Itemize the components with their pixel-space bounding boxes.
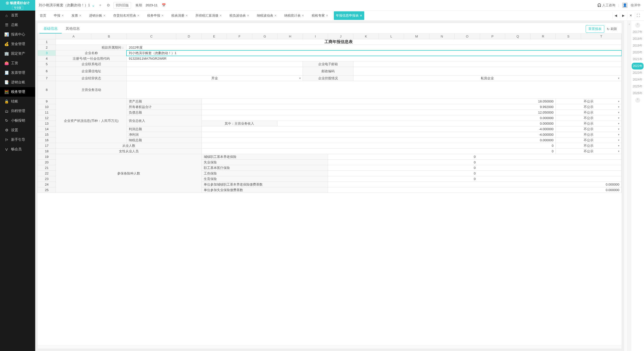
row11-value[interactable]: 12.050000 — [202, 110, 556, 115]
row-header-5[interactable]: 5 — [38, 61, 56, 67]
row-header-22[interactable]: 22 — [38, 171, 56, 176]
col-header-R[interactable]: R — [530, 34, 556, 39]
tab-10[interactable]: 纳税统计表✕ — [282, 11, 306, 20]
row16-value[interactable]: 0.000000 — [202, 137, 556, 143]
year-2019年[interactable]: 2019年 — [632, 42, 643, 49]
year-2023年[interactable]: 2023年 — [632, 69, 643, 76]
close-icon[interactable]: ✕ — [274, 14, 277, 17]
sidebar-item-11[interactable]: ↻小畅报销 — [0, 116, 35, 125]
row18-value[interactable]: 0 — [202, 149, 556, 154]
sidebar-item-4[interactable]: 🏢固定资产 — [0, 49, 35, 58]
col-header-A[interactable]: A — [56, 34, 91, 39]
row10-public[interactable]: 不公示 — [556, 104, 622, 110]
company-name-value[interactable]: 刘小艳演示账套（勿删勿动！）1 — [127, 50, 621, 56]
close-icon[interactable]: ✕ — [219, 14, 222, 17]
sidebar-item-7[interactable]: 📑进销台账 — [0, 78, 35, 87]
sidebar-item-12[interactable]: ⚙设置 — [0, 125, 35, 135]
col-header-N[interactable]: N — [429, 34, 455, 39]
col-header-Q[interactable]: Q — [505, 34, 531, 39]
row-header-7[interactable]: 7 — [38, 76, 56, 81]
row-header-25[interactable]: 25 — [38, 187, 56, 193]
year-2026年[interactable]: 2026年 — [632, 90, 643, 97]
row-header-6[interactable]: 6 — [38, 67, 56, 76]
col-header-J[interactable]: J — [328, 34, 353, 39]
row-header-21[interactable]: 21 — [38, 165, 56, 171]
consult-link[interactable]: 🎧 人工咨询 — [597, 3, 615, 8]
row19-value[interactable]: 0 — [328, 154, 622, 160]
row23-value[interactable]: 0 — [328, 176, 622, 182]
sidebar-item-1[interactable]: ☰总账 — [0, 20, 35, 30]
close-icon[interactable]: ✕ — [61, 14, 64, 17]
zip-value[interactable] — [353, 67, 621, 76]
row14-value[interactable]: -4.000000 — [202, 126, 556, 132]
row-header-23[interactable]: 23 — [38, 176, 56, 182]
status-dropdown[interactable]: 开业 — [127, 76, 303, 81]
holding-dropdown[interactable]: 私营企业 — [353, 76, 621, 81]
email-value[interactable] — [353, 61, 621, 67]
old-version-button[interactable]: 切到旧版 — [113, 2, 131, 9]
reg-no-value[interactable]: 91320811MA7NGR2W6R — [127, 56, 621, 61]
calendar-icon[interactable]: 📅 — [162, 3, 166, 7]
sidebar-item-5[interactable]: 👛工资 — [0, 58, 35, 68]
fullscreen-icon[interactable]: ⛶ — [635, 12, 641, 19]
row12-public[interactable]: 不公示 — [556, 115, 622, 121]
row17-value[interactable]: 0 — [202, 143, 556, 149]
phone-value[interactable] — [127, 61, 303, 67]
row-header-24[interactable]: 24 — [38, 182, 56, 187]
row-header-9[interactable]: 9 — [38, 99, 56, 104]
row15-value[interactable]: -4.000000 — [202, 132, 556, 137]
tab-3[interactable]: 进销台账✕ — [87, 11, 108, 20]
addr-value[interactable] — [127, 67, 303, 76]
row11-public[interactable]: 不公示 — [556, 110, 622, 115]
add-icon[interactable]: ＋ — [97, 3, 103, 8]
tab-9[interactable]: 纳税波动表✕ — [255, 11, 279, 20]
row-header-2[interactable]: 2 — [38, 45, 56, 50]
sidebar-item-2[interactable]: 📊报表中心 — [0, 30, 35, 39]
year-2022年[interactable]: 2022年 — [632, 63, 643, 69]
col-header-S[interactable]: S — [556, 34, 581, 39]
col-header-C[interactable]: C — [127, 34, 176, 39]
tab-prev-icon[interactable]: ◀ — [612, 12, 619, 19]
close-icon[interactable]: ✕ — [79, 14, 82, 17]
row12-value[interactable]: 0.000000 — [202, 115, 556, 121]
col-header-O[interactable]: O — [455, 34, 480, 39]
row-header-14[interactable]: 14 — [38, 126, 56, 132]
row21-value[interactable]: 0 — [328, 165, 622, 171]
tab-12[interactable]: 年报信息申报表✕ — [334, 11, 364, 20]
col-header-B[interactable]: B — [91, 34, 127, 39]
row16-public[interactable]: 不公示 — [556, 137, 622, 143]
row-header-20[interactable]: 20 — [38, 160, 56, 165]
tab-4[interactable]: 存货别名对照表✕ — [111, 11, 142, 20]
row-header-15[interactable]: 15 — [38, 132, 56, 137]
col-header-G[interactable]: G — [252, 34, 277, 39]
col-header-P[interactable]: P — [480, 34, 505, 39]
tab-2[interactable]: 发票✕ — [69, 11, 84, 20]
year-up-icon[interactable]: ˄ — [635, 23, 640, 28]
year-2020年[interactable]: 2020年 — [632, 49, 643, 56]
sidebar-item-0[interactable]: ⌂首页 — [0, 11, 35, 20]
close-icon[interactable]: ✕ — [161, 14, 164, 17]
col-header-L[interactable]: L — [379, 34, 404, 39]
tab-1[interactable]: 申报✕ — [52, 11, 66, 20]
row18-public[interactable]: 不公示 — [556, 149, 622, 154]
tab-6[interactable]: 税表清册✕ — [169, 11, 190, 20]
sidebar-item-8[interactable]: 🧮税务管理 — [0, 87, 35, 97]
close-icon[interactable]: ✕ — [247, 14, 249, 17]
year-down-icon[interactable]: ˅ — [635, 98, 640, 103]
row-header-10[interactable]: 10 — [38, 104, 56, 110]
row-header-18[interactable]: 18 — [38, 149, 56, 154]
row-header-13[interactable]: 13 — [38, 121, 56, 126]
row9-public[interactable]: 不公示 — [556, 99, 622, 104]
sidebar-item-3[interactable]: 💰资金管理 — [0, 39, 35, 49]
row13-public[interactable]: 不公示 — [556, 121, 622, 126]
row-header-17[interactable]: 17 — [38, 143, 56, 149]
sidebar-item-14[interactable]: V畅会员 — [0, 145, 35, 154]
close-icon[interactable]: ✕ — [326, 14, 328, 17]
col-header-T[interactable]: T — [581, 34, 622, 39]
sheet-tab-1[interactable]: 其他信息 — [62, 24, 84, 33]
reset-report-button[interactable]: 重置报表 — [586, 25, 604, 33]
account-selector[interactable]: 刘小艳演示账套（勿删勿动！）1 ⌄ — [39, 3, 95, 8]
close-icon[interactable]: ✕ — [185, 14, 188, 17]
col-header-K[interactable]: K — [353, 34, 379, 39]
sidebar-item-13[interactable]: 🏳新手引导 — [0, 135, 35, 145]
